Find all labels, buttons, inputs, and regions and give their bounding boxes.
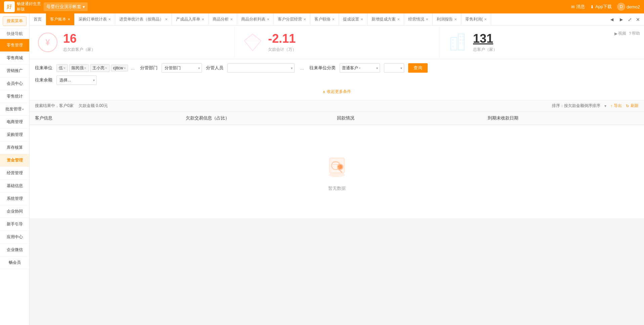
tab-close-icon[interactable]: ✕ bbox=[397, 17, 400, 21]
tab-close-icon[interactable]: ✕ bbox=[426, 17, 428, 21]
sidebar-item-label: 电商管理 bbox=[7, 119, 23, 124]
sidebar-item-ecommerce[interactable]: 电商管理 bbox=[0, 116, 29, 129]
stats-row: ¥ 16 总欠款客户（家） bbox=[30, 26, 644, 59]
tab-purchase-stat[interactable]: 进货单统计表（按商品） ✕ bbox=[115, 13, 172, 26]
refresh-button[interactable]: ↻ 刷新 bbox=[626, 103, 639, 109]
sidebar-item-label: 应用中心 bbox=[7, 234, 23, 239]
svg-rect-11 bbox=[460, 42, 461, 44]
tab-business-status[interactable]: 经营情况 ✕ bbox=[404, 13, 433, 26]
sidebar-item-new-guide[interactable]: 新手引导 bbox=[0, 218, 29, 231]
balance-select[interactable]: 选择... bbox=[56, 75, 97, 85]
tab-label: 利润报告 bbox=[437, 16, 453, 22]
quick-nav-button[interactable]: 快捷导航 bbox=[0, 29, 29, 39]
search-menu-button[interactable]: 搜索菜单 bbox=[3, 16, 27, 26]
tab-retail-profit[interactable]: 零售利润( ✕ bbox=[461, 13, 491, 26]
export-button[interactable]: ↑ 导出 bbox=[610, 103, 622, 109]
tag-remove-icon[interactable]: × bbox=[124, 66, 126, 70]
app-download-button[interactable]: ⬇ App下载 bbox=[590, 4, 612, 10]
tag-remove-icon[interactable]: × bbox=[84, 66, 86, 70]
tab-maximize-button[interactable]: ⤢ bbox=[627, 16, 633, 23]
tab-close-icon[interactable]: ✕ bbox=[230, 17, 233, 21]
category-remove-icon[interactable]: × bbox=[359, 66, 361, 70]
tab-new-raise-plan[interactable]: 新增提成方案 ✕ bbox=[368, 13, 404, 26]
company-filter-label: 往来单位 bbox=[35, 65, 52, 71]
stat-value-customers: 16 bbox=[63, 32, 95, 45]
collapse-button[interactable]: ∧ 收起更多条件 bbox=[35, 87, 639, 96]
sidebar-item-purchase[interactable]: 采购管理 bbox=[0, 129, 29, 141]
empty-icon bbox=[320, 152, 354, 185]
tab-close-icon[interactable]: ✕ bbox=[108, 17, 111, 21]
category-dropdown-wrap bbox=[384, 63, 404, 73]
tab-close-icon[interactable]: ✕ bbox=[165, 17, 168, 21]
sidebar-item-app-center[interactable]: 应用中心 bbox=[0, 231, 29, 244]
company-tag-0[interactable]: 伍 × bbox=[56, 64, 68, 72]
sidebar-item-wechat[interactable]: 企业微信 bbox=[0, 244, 29, 256]
avatar: D bbox=[617, 3, 625, 11]
sidebar-item-label: 批发管理 bbox=[5, 106, 22, 112]
dept-filter-label: 分管部门 bbox=[140, 65, 158, 71]
stat-value-amount: -2.11 bbox=[268, 32, 296, 45]
tag-remove-icon[interactable]: × bbox=[63, 66, 66, 70]
company-tag-3[interactable]: cjttcw × bbox=[111, 65, 128, 71]
category-tag[interactable]: 普通客户 × bbox=[342, 65, 361, 71]
sidebar-item-marketing[interactable]: 营销推广 bbox=[0, 65, 29, 77]
category-select-wrap: 普通客户 × bbox=[340, 63, 380, 73]
sidebar-item-member[interactable]: 畅会员 bbox=[0, 256, 29, 269]
more-tags-button[interactable]: ... bbox=[129, 65, 136, 71]
tab-label: 提成设置 bbox=[343, 16, 359, 22]
chevron-up-icon: ∧ bbox=[323, 89, 326, 94]
tab-profit-report[interactable]: 利润报告 ✕ bbox=[433, 13, 461, 26]
sidebar-item-finance[interactable]: 资金管理 bbox=[0, 154, 29, 167]
tab-cost-inbound[interactable]: 产成品入库单 ✕ bbox=[172, 13, 209, 26]
result-text: 搜索结果中，客户0家 bbox=[35, 103, 74, 108]
person-select[interactable] bbox=[227, 63, 295, 73]
tab-home[interactable]: 首页 bbox=[30, 13, 46, 26]
sidebar-item-basic-info[interactable]: 基础信息 bbox=[0, 180, 29, 192]
sidebar-item-retail[interactable]: 零售管理 bbox=[0, 39, 29, 52]
balance-filter-label: 往来余额 bbox=[35, 77, 52, 83]
sidebar-item-inventory[interactable]: 库存核算 bbox=[0, 141, 29, 154]
tab-close-icon[interactable]: ✕ bbox=[68, 17, 70, 21]
message-button[interactable]: ✉ 消息 bbox=[571, 4, 585, 10]
help-button[interactable]: ? 帮助 bbox=[629, 31, 640, 36]
user-avatar[interactable]: D demo2 bbox=[617, 3, 640, 11]
sidebar-item-operations[interactable]: 经营管理 bbox=[0, 167, 29, 180]
tab-close-icon[interactable]: ✕ bbox=[360, 17, 363, 21]
sidebar-item-wholesale[interactable]: 批发管理 ▾ bbox=[0, 103, 29, 116]
tab-close-icon[interactable]: ✕ bbox=[484, 17, 487, 21]
tab-customer-capital[interactable]: 客户账本 ✕ bbox=[46, 13, 75, 26]
tab-close-all-button[interactable]: ✕ bbox=[635, 16, 641, 23]
company-tag-1[interactable]: 陈民强 × bbox=[69, 64, 89, 72]
tab-next-button[interactable]: ▶ bbox=[617, 13, 625, 26]
store-selector[interactable]: 母婴行业演示帐套 ▾ bbox=[44, 2, 88, 11]
query-button[interactable]: 查询 bbox=[408, 63, 428, 73]
company-tag-2[interactable]: 王小亮 × bbox=[90, 64, 110, 72]
tab-product-analysis[interactable]: 商品分析 ✕ bbox=[209, 13, 237, 26]
sidebar-item-enterprise[interactable]: 企业协同 bbox=[0, 205, 29, 218]
tab-prev-button[interactable]: ◀ bbox=[608, 13, 616, 26]
category-dropdown[interactable] bbox=[384, 63, 404, 73]
tab-purchase-order[interactable]: 采购订单统计表 ✕ bbox=[75, 13, 115, 26]
person-more-button[interactable]: ... bbox=[299, 65, 305, 71]
tab-customer-tier[interactable]: 客户分层经营 ✕ bbox=[274, 13, 310, 26]
tab-close-icon[interactable]: ✕ bbox=[303, 17, 306, 21]
tab-product-analysis-list[interactable]: 商品分析列表 ✕ bbox=[237, 13, 274, 26]
tab-close-icon[interactable]: ✕ bbox=[454, 17, 457, 21]
category-tag-container[interactable]: 普通客户 × bbox=[340, 63, 380, 73]
sidebar-item-system[interactable]: 系统管理 bbox=[0, 192, 29, 205]
tab-label: 客户账本 bbox=[50, 16, 66, 22]
tab-customer-contact[interactable]: 客户联络 ✕ bbox=[310, 13, 339, 26]
sidebar-item-retail-mall[interactable]: 零售商城 bbox=[0, 52, 29, 65]
company-filter-tags: 伍 × 陈民强 × 王小亮 × cjttcw × bbox=[56, 64, 136, 72]
sidebar-item-member-center[interactable]: 会员中心 bbox=[0, 77, 29, 90]
tag-remove-icon[interactable]: × bbox=[105, 66, 107, 70]
tab-close-icon[interactable]: ✕ bbox=[332, 17, 335, 21]
sidebar-item-retail-stats[interactable]: 零售统计 bbox=[0, 90, 29, 103]
tab-close-icon[interactable]: ✕ bbox=[202, 17, 204, 21]
dept-select[interactable]: 分管部门 bbox=[162, 63, 202, 73]
stat-icon-diamond bbox=[243, 32, 263, 52]
tab-raise-settings[interactable]: 提成设置 ✕ bbox=[339, 13, 368, 26]
video-help-button[interactable]: ▶ 视频 bbox=[614, 31, 626, 36]
tab-close-icon[interactable]: ✕ bbox=[267, 17, 269, 21]
table-header: 客户信息 欠款交易信息（占比） 回款情况 到期未收款日期 bbox=[30, 112, 644, 125]
